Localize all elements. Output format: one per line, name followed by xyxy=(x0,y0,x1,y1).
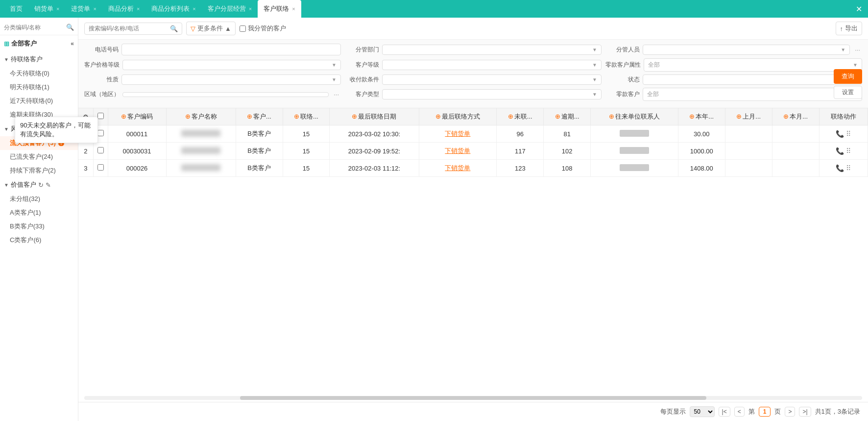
filter-select-dept[interactable]: ▼ xyxy=(382,45,602,55)
filter-select-customer-level[interactable]: ▼ xyxy=(382,60,602,70)
col-this-month[interactable]: ⊕本月... xyxy=(772,108,819,125)
col-last-date[interactable]: ⊕最后联络日期 xyxy=(330,108,419,125)
tab-home[interactable]: 首页 xyxy=(4,0,28,18)
close-tab-customer-contact[interactable]: × xyxy=(292,6,295,12)
filter-row-3: 性质 ▼ 收付款条件 ▼ 状态 xyxy=(84,74,862,85)
tab-customer-contact[interactable]: 客户联络 × xyxy=(258,0,301,18)
row-check-2[interactable] xyxy=(93,160,108,177)
tab-purchase[interactable]: 进货单 × xyxy=(65,0,102,18)
filter-select-price-level[interactable]: ▼ xyxy=(122,60,341,70)
action-phone-icon-0[interactable]: 📞 xyxy=(836,130,844,138)
tab-sales[interactable]: 销货单 × xyxy=(28,0,65,18)
sort-icon-not-contact: ⊕ xyxy=(508,113,513,120)
row-check-1[interactable] xyxy=(93,143,108,160)
sort-icon-this-year: ⊕ xyxy=(689,113,695,120)
filter-field-status: 状态 ▼ xyxy=(605,74,862,85)
filter-select-gender[interactable]: ▼ xyxy=(121,74,341,85)
tab-analysis[interactable]: 商品分析 × xyxy=(102,0,145,18)
refresh-icon[interactable]: ↻ xyxy=(38,181,44,189)
my-customers-check[interactable] xyxy=(240,25,246,32)
row-code-2: 000026 xyxy=(108,160,166,177)
close-tab-purchase[interactable]: × xyxy=(93,6,96,12)
filter-more-manager[interactable]: ··· xyxy=(853,45,862,54)
edit-icon[interactable]: ✎ xyxy=(46,181,51,189)
select-all-checkbox[interactable] xyxy=(97,113,104,119)
sidebar-item-declining[interactable]: 持续下滑客户(2) xyxy=(0,164,78,177)
row-last-method-2[interactable]: 下销货单 xyxy=(419,160,497,177)
sort-icon-last-date: ⊕ xyxy=(352,113,357,120)
row-last-date-2: 2023-02-03 11:12: xyxy=(330,160,419,177)
col-contact[interactable]: ⊕联络... xyxy=(283,108,330,125)
action-more-icon-1[interactable]: ⠿ xyxy=(846,147,851,155)
sidebar-item-ungrouped[interactable]: 未分组(32) xyxy=(0,192,78,206)
sidebar-item-class-c[interactable]: C类客户(6) xyxy=(0,233,78,247)
sidebar-item-churned[interactable]: 已流失客户(24) xyxy=(0,150,78,164)
sidebar-all-customers[interactable]: ⊞ 全部客户 « xyxy=(0,35,78,52)
col-this-year[interactable]: ⊕本年... xyxy=(678,108,725,125)
sidebar-group-value-title[interactable]: ▼ 价值客户 ↻ ✎ xyxy=(0,177,78,192)
filter-select-manager[interactable]: ▼ xyxy=(643,45,850,55)
filter-input-phone[interactable] xyxy=(121,44,341,55)
filter-more-area[interactable]: ··· xyxy=(332,90,341,99)
settings-button[interactable]: 设置 xyxy=(834,86,862,99)
col-overdue[interactable]: ⊕逾期... xyxy=(544,108,591,125)
sidebar-item-class-b[interactable]: B类客户(33) xyxy=(0,220,78,233)
col-last-method[interactable]: ⊕最后联络方式 xyxy=(419,108,497,125)
more-conditions-button[interactable]: ▽ 更多条件 ▲ xyxy=(186,22,236,35)
action-phone-icon-2[interactable]: 📞 xyxy=(836,164,844,172)
col-not-contact[interactable]: ⊕未联... xyxy=(497,108,544,125)
col-last-month[interactable]: ⊕上月... xyxy=(725,108,772,125)
last-page-button[interactable]: >| xyxy=(799,407,811,417)
filter-row-2: 客户价格等级 ▼ 客户等级 ▼ 零款客户属性 全部 xyxy=(84,58,862,72)
window-close-button[interactable]: ✕ xyxy=(854,2,864,16)
close-tab-analysis-list[interactable]: × xyxy=(193,6,195,12)
filter-select-zero-customer[interactable]: 全部 ▼ xyxy=(643,88,862,101)
row-last-method-1[interactable]: 下销货单 xyxy=(419,143,497,160)
my-customers-checkbox[interactable]: 我分管的客户 xyxy=(240,24,286,33)
filter-panel: 电话号码 分管部门 ▼ 分管人员 ▼ ··· xyxy=(78,40,868,108)
sidebar-item-class-a[interactable]: A类客户(1) xyxy=(0,206,78,220)
action-more-icon-2[interactable]: ⠿ xyxy=(846,164,851,172)
query-button[interactable]: 查询 xyxy=(834,69,862,84)
filter-select-customer-type[interactable]: ▼ xyxy=(382,89,602,99)
action-more-icon-0[interactable]: ⠿ xyxy=(846,130,851,138)
prev-page-button[interactable]: < xyxy=(734,407,745,417)
close-tab-customer-tier[interactable]: × xyxy=(249,6,252,12)
scrollbar-thumb[interactable] xyxy=(240,396,707,400)
sidebar-item-7days[interactable]: 近7天待联络(0) xyxy=(0,94,78,108)
row-last-month-0 xyxy=(725,125,772,143)
row-contact-person-2 xyxy=(591,160,678,177)
next-page-button[interactable]: > xyxy=(785,407,795,417)
sidebar-group-pending-title[interactable]: ▼ 待联络客户 xyxy=(0,52,78,67)
filter-select-status[interactable]: ▼ xyxy=(643,74,862,85)
col-contact-person[interactable]: ⊕往来单位联系人 xyxy=(591,108,678,125)
filter-select-payment[interactable]: ▼ xyxy=(382,74,602,85)
filter-row-4: 区域（地区） ··· 客户类型 ▼ 零款客户 xyxy=(84,88,862,101)
tab-analysis-list[interactable]: 商品分析列表 × xyxy=(145,0,201,18)
sidebar-search-input[interactable] xyxy=(4,24,66,31)
sidebar-item-tomorrow[interactable]: 明天待联络(1) xyxy=(0,80,78,94)
search-input[interactable] xyxy=(89,25,168,32)
close-tab-sales[interactable]: × xyxy=(56,6,59,12)
row-last-method-0[interactable]: 下销货单 xyxy=(419,125,497,143)
export-button[interactable]: ↑ 导出 xyxy=(836,22,863,35)
filter-select-area[interactable] xyxy=(122,92,329,97)
row-num-2: 3 xyxy=(78,160,93,177)
col-code[interactable]: ⊕客户编码 xyxy=(108,108,166,125)
search-submit-icon[interactable]: 🔍 xyxy=(170,25,178,32)
current-page[interactable]: 1 xyxy=(759,407,771,417)
first-page-button[interactable]: |< xyxy=(719,407,730,417)
action-phone-icon-1[interactable]: 📞 xyxy=(836,147,844,155)
sidebar-search-icon[interactable]: 🔍 xyxy=(66,24,74,31)
chevron-down-icon-10: ▼ xyxy=(592,92,597,97)
col-name[interactable]: ⊕客户名称 xyxy=(166,108,236,125)
horizontal-scrollbar[interactable] xyxy=(84,396,862,400)
close-tab-analysis[interactable]: × xyxy=(137,6,140,12)
customer-table: ⚙ ⊕客户编码 ⊕客户名称 ⊕客户... ⊕联络... ⊕最后联络日期 ⊕最后联… xyxy=(78,108,868,177)
sidebar-collapse-icon[interactable]: « xyxy=(71,40,74,47)
per-page-select[interactable]: 50 100 xyxy=(690,406,715,417)
col-type[interactable]: ⊕客户... xyxy=(236,108,283,125)
tab-customer-tier[interactable]: 客户分层经营 × xyxy=(202,0,258,18)
filter-select-zero-attr[interactable]: 全部 ▼ xyxy=(644,58,862,72)
sidebar-item-today[interactable]: 今天待联络(0) xyxy=(0,67,78,80)
